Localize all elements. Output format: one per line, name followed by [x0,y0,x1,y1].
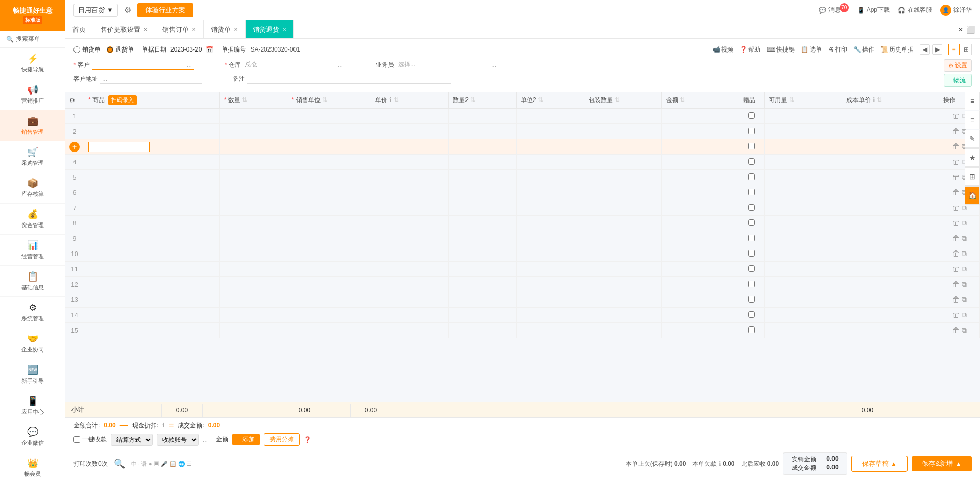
delete-row-icon[interactable]: 🗑 [952,188,960,196]
product-input[interactable] [88,142,150,152]
sidebar-item-system[interactable]: ⚙ 系统管理 [0,297,65,328]
cell-amount[interactable] [662,185,739,200]
sort-icon[interactable]: ⇅ [538,96,543,104]
sort-icon[interactable]: ⇅ [394,96,399,104]
cell-qty[interactable] [219,308,287,323]
info-circle[interactable]: ℹ [719,460,721,467]
cell-unit2[interactable] [516,308,584,323]
cell-amount[interactable] [662,109,739,124]
cell-pack-qty[interactable] [584,200,662,216]
delete-row-icon[interactable]: 🗑 [952,295,960,304]
cell-unit-price[interactable] [371,109,449,124]
cell-amount[interactable] [662,170,739,185]
info-icon[interactable]: ℹ [873,96,875,104]
side-icon-6[interactable]: 🏠 [965,186,980,205]
cell-unit-price[interactable] [371,200,449,216]
cell-unit-price[interactable] [371,231,449,246]
cell-cost-price[interactable] [842,170,939,185]
cell-available[interactable] [765,308,842,323]
cell-amount[interactable] [662,231,739,246]
cell-available[interactable] [765,292,842,308]
cell-sales-unit[interactable] [287,216,371,231]
warehouse-dots[interactable]: ... [338,61,343,68]
cell-product[interactable] [84,155,220,170]
cell-product[interactable] [84,170,220,185]
cell-unit-price[interactable] [371,246,449,262]
cell-qty[interactable] [219,323,287,338]
cell-sales-unit[interactable] [287,185,371,200]
cell-qty[interactable] [219,277,287,292]
cell-sales-unit[interactable] [287,262,371,277]
settlement-method-select[interactable]: 结算方式 [111,434,153,446]
cell-cost-price[interactable] [842,246,939,262]
prev-record-btn[interactable]: ◀ [920,44,930,55]
cell-gift[interactable] [739,277,765,292]
info-icon[interactable]: ℹ [389,96,392,104]
cell-pack-qty[interactable] [584,109,662,124]
delete-row-icon[interactable]: 🗑 [952,112,960,120]
sidebar-item-basics[interactable]: 📋 基础信息 [0,266,65,297]
one-click-checkbox[interactable] [74,436,80,443]
cell-unit2[interactable] [516,155,584,170]
cell-amount[interactable] [662,246,739,262]
cell-cost-price[interactable] [842,185,939,200]
calendar-icon[interactable]: 📅 [206,46,213,53]
address-dots[interactable]: ... [102,75,107,82]
cell-unit-price[interactable] [371,277,449,292]
delete-row-icon[interactable]: 🗑 [952,204,960,212]
delete-row-icon[interactable]: 🗑 [952,280,960,288]
col-header-settings[interactable]: ⚙ [65,92,84,109]
cell-gift[interactable] [739,200,765,216]
cell-gift[interactable] [739,216,765,231]
gift-checkbox[interactable] [748,143,755,149]
message-group[interactable]: 💬 消息 70 [819,6,849,14]
cell-product[interactable] [84,323,220,338]
cell-gift[interactable] [739,124,765,139]
save-new-btn[interactable]: 保存&新增 ▲ [912,456,972,471]
cell-qty2[interactable] [449,308,517,323]
cell-cost-price[interactable] [842,200,939,216]
cell-qty2[interactable] [449,109,517,124]
cell-cost-price[interactable] [842,216,939,231]
cell-product[interactable] [84,246,220,262]
cell-qty[interactable] [219,170,287,185]
cell-cost-price[interactable] [842,292,939,308]
cell-gift[interactable] [739,170,765,185]
cell-qty2[interactable] [449,262,517,277]
sidebar-item-shortcuts[interactable]: ⚡ 快捷导航 [0,48,65,79]
help-icon[interactable]: ❓ [304,436,311,443]
tab-home[interactable]: 首页 [65,20,93,38]
experience-btn[interactable]: 体验行业方案 [137,3,193,17]
cell-qty[interactable] [219,109,287,124]
sidebar-item-finance[interactable]: 💰 资金管理 [0,204,65,235]
cell-product[interactable] [84,231,220,246]
industry-selector[interactable]: 日用百货 ▼ [74,4,118,17]
sort-icon[interactable]: ⇅ [789,96,794,104]
cell-product[interactable] [84,109,220,124]
copy-row-icon[interactable]: ⧉ [962,219,967,227]
cell-cost-price[interactable] [842,308,939,323]
tab-sales-delivery[interactable]: 销货单 ✕ [204,20,246,38]
sidebar-item-operations[interactable]: 📊 经营管理 [0,235,65,266]
delete-row-icon[interactable]: 🗑 [952,219,960,227]
gift-checkbox[interactable] [748,128,755,134]
cell-available[interactable] [765,246,842,262]
cell-pack-qty[interactable] [584,155,662,170]
cell-cost-price[interactable] [842,231,939,246]
operate-btn[interactable]: 🔧 操作 [853,45,874,54]
cell-gift[interactable] [739,323,765,338]
cell-qty[interactable] [219,139,287,155]
gift-checkbox[interactable] [748,281,755,287]
tab-close-icon[interactable]: ✕ [234,27,238,32]
sort-icon[interactable]: ⇅ [470,96,475,104]
cell-qty2[interactable] [449,231,517,246]
gift-checkbox[interactable] [748,173,755,180]
cell-available[interactable] [765,170,842,185]
next-record-btn[interactable]: ▶ [932,44,942,55]
cell-qty2[interactable] [449,200,517,216]
gift-checkbox[interactable] [748,235,755,241]
date-value[interactable]: 2023-03-20 [168,45,204,54]
cell-pack-qty[interactable] [584,216,662,231]
tab-close-icon[interactable]: ✕ [282,27,286,32]
gift-checkbox[interactable] [748,296,755,303]
